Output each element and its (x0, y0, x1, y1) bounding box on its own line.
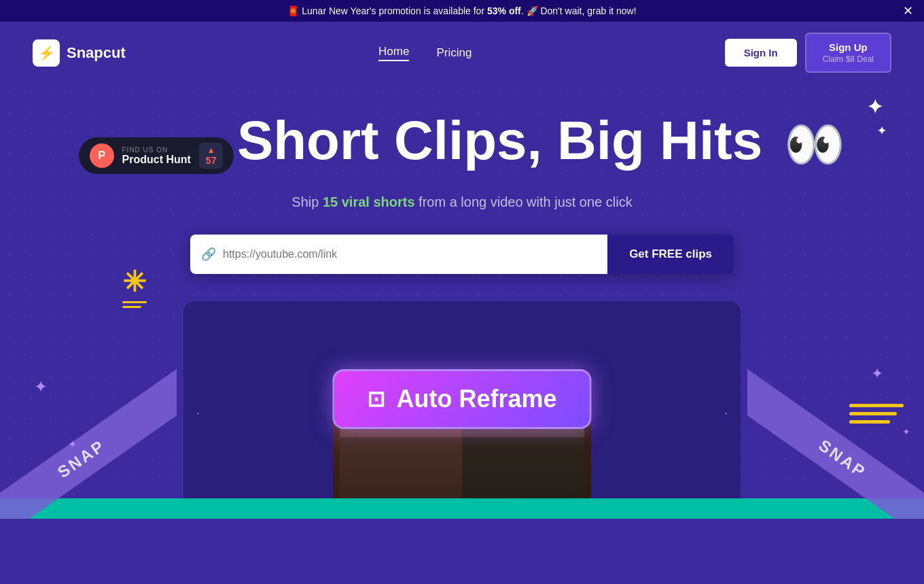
announcement-banner: 🧧 Lunar New Year's promotion is availabl… (0, 0, 924, 22)
logo-icon: ⚡ (33, 39, 60, 67)
nav-links: Home Pricing (378, 45, 472, 61)
announcement-text: 🧧 Lunar New Year's promotion is availabl… (287, 5, 636, 16)
signin-button[interactable]: Sign In (725, 39, 797, 67)
demo-outer: SNAP ✦ ✦ ⊡ Auto Reframe • • (0, 301, 924, 519)
reframe-icon: ⊡ (367, 386, 385, 412)
hero-section: P FIND US ON Product Hunt ▲ 57 Short Cli… (0, 84, 924, 274)
demo-area: ⊡ Auto Reframe • • (183, 301, 741, 519)
sparkle-decoration: ✦✦ (864, 97, 886, 139)
navbar: ⚡ Snapcut Home Pricing Sign In Sign Up C… (0, 22, 924, 84)
star-deco-left2: ✦ (68, 438, 77, 451)
nav-link-pricing[interactable]: Pricing (436, 46, 472, 60)
get-clips-button[interactable]: Get FREE clips (607, 235, 734, 274)
walmart-lines (122, 301, 147, 308)
left-ribbon-container: SNAP ✦ ✦ (0, 247, 177, 519)
product-hunt-text: FIND US ON Product Hunt (122, 146, 191, 166)
product-hunt-badge[interactable]: P FIND US ON Product Hunt ▲ 57 (79, 137, 234, 174)
url-input-area: 🔗 Get FREE clips (190, 235, 734, 274)
star-deco-right: ✦ (871, 365, 883, 383)
product-hunt-logo: P (90, 143, 114, 168)
url-input-wrapper: 🔗 (190, 235, 607, 274)
signup-button[interactable]: Sign Up Claim $8 Deal (805, 33, 891, 73)
product-hunt-votes: ▲ 57 (199, 143, 224, 169)
dot-right: • (725, 410, 727, 416)
right-ribbon: SNAP (747, 365, 924, 519)
star-deco-right2: ✦ (902, 426, 910, 437)
url-input[interactable] (223, 235, 597, 274)
close-announcement-button[interactable]: ✕ (903, 5, 913, 17)
star-deco-left: ✦ (34, 377, 48, 396)
nav-actions: Sign In Sign Up Claim $8 Deal (725, 33, 891, 73)
subheadline: Ship 15 viral shorts from a long video w… (14, 194, 910, 210)
dot-left: • (197, 410, 199, 416)
auto-reframe-button[interactable]: ⊡ Auto Reframe (332, 369, 591, 429)
nav-link-home[interactable]: Home (378, 45, 409, 61)
link-icon: 🔗 (201, 247, 216, 262)
logo-area: ⚡ Snapcut (33, 39, 126, 67)
eyes-emoji: 👀 (784, 117, 845, 171)
right-ribbon-container: SNAP ✦ ✦ (747, 247, 924, 519)
left-ribbon: SNAP (0, 365, 177, 519)
logo-text: Snapcut (67, 44, 126, 62)
wave-decoration (849, 404, 904, 424)
main-headline: Short Clips, Big Hits ✦✦ 👀 (237, 111, 846, 171)
